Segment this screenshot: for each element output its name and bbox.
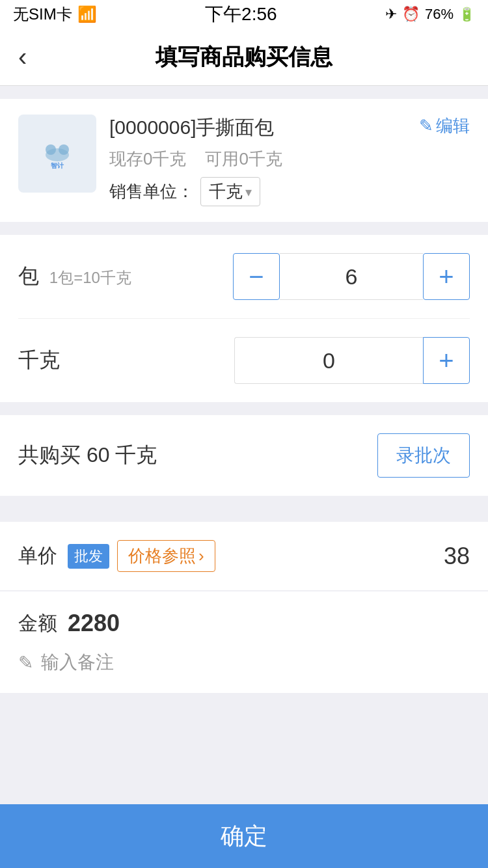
amount-row: 金额 2280 [18, 610, 470, 637]
bao-label-group: 包 1包=10千克 [18, 262, 131, 291]
carrier-label: 无SIM卡 [13, 4, 72, 25]
amount-label: 金额 [18, 610, 57, 637]
divider-2 [0, 402, 488, 415]
price-section: 单价 批发 价格参照 › 38 [0, 522, 488, 590]
status-right: ✈ ⏰ 76% 🔋 [385, 6, 475, 23]
price-ref-button[interactable]: 价格参照 › [117, 540, 215, 572]
page-title: 填写商品购买信息 [156, 42, 332, 72]
bao-plus-button[interactable]: + [423, 253, 470, 300]
bao-label: 包 [18, 264, 39, 288]
product-card: 智计 [0000006]手撕面包 现存0千克 可用0千克 销售单位： 千克 ▾ … [0, 99, 488, 222]
product-name: [0000006]手撕面包 [109, 115, 470, 141]
price-label: 单价 [18, 543, 57, 569]
price-type-tag: 批发 [68, 544, 109, 569]
price-ref-arrow: › [198, 546, 204, 566]
back-button[interactable]: ‹ [18, 42, 27, 72]
kg-label-group: 千克 [18, 346, 60, 375]
bao-row: 包 1包=10千克 − + [18, 235, 470, 319]
kg-qty-control: + [234, 337, 470, 384]
note-row[interactable]: ✎ 输入备注 [18, 650, 470, 675]
bao-quantity-input[interactable] [280, 253, 423, 300]
kg-label: 千克 [18, 348, 60, 372]
bao-minus-button[interactable]: − [233, 253, 280, 300]
status-left: 无SIM卡 📶 [13, 4, 97, 25]
quantity-section: 包 1包=10千克 − + 千克 + [0, 235, 488, 402]
location-icon: ✈ [385, 6, 397, 23]
svg-text:智计: 智计 [50, 162, 64, 169]
note-icon: ✎ [18, 652, 33, 673]
product-image: 智计 [18, 115, 96, 193]
alarm-icon: ⏰ [402, 6, 420, 23]
product-unit: 销售单位： 千克 ▾ [109, 177, 470, 206]
status-bar: 无SIM卡 📶 下午2:56 ✈ ⏰ 76% 🔋 [0, 0, 488, 29]
unit-select[interactable]: 千克 ▾ [200, 177, 260, 206]
note-placeholder[interactable]: 输入备注 [41, 650, 114, 675]
bao-qty-control: − + [233, 253, 470, 300]
bao-sub-label: 1包=10千克 [49, 269, 131, 286]
price-value: 38 [444, 543, 470, 570]
divider-3 [0, 496, 488, 509]
battery-icon: 🔋 [459, 7, 475, 22]
confirm-button[interactable]: 确定 [0, 804, 488, 868]
total-text: 共购买 60 千克 [18, 441, 157, 470]
kg-plus-button[interactable]: + [423, 337, 470, 384]
kg-quantity-input[interactable] [234, 337, 423, 384]
record-batch-button[interactable]: 录批次 [377, 433, 470, 478]
kg-row: 千克 + [18, 319, 470, 402]
wifi-icon: 📶 [77, 5, 97, 23]
battery-label: 76% [425, 6, 454, 23]
status-time: 下午2:56 [205, 2, 277, 27]
edit-button[interactable]: ✎ 编辑 [419, 115, 470, 137]
nav-bar: ‹ 填写商品购买信息 [0, 29, 488, 86]
divider-1 [0, 222, 488, 235]
amount-section: 金额 2280 ✎ 输入备注 [0, 591, 488, 693]
product-stock: 现存0千克 可用0千克 [109, 148, 470, 170]
product-info: [0000006]手撕面包 现存0千克 可用0千克 销售单位： 千克 ▾ [109, 115, 470, 206]
amount-value: 2280 [68, 610, 120, 637]
total-section: 共购买 60 千克 录批次 [0, 415, 488, 496]
price-ref-label: 价格参照 [128, 545, 196, 567]
svg-point-2 [46, 148, 69, 161]
